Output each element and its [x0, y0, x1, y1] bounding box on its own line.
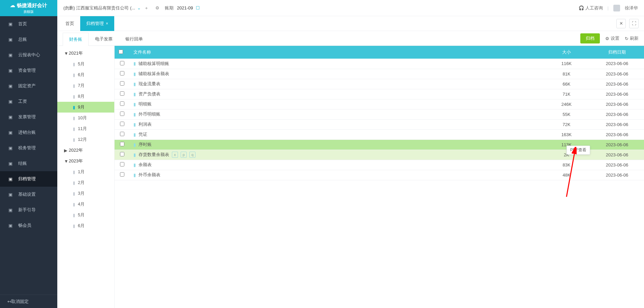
file-size: 48K	[543, 170, 590, 180]
chart-icon: ▣	[7, 52, 13, 58]
nav-item-chart[interactable]: ▣云报表中心	[0, 47, 57, 63]
fullscreen-button[interactable]: ⛶	[629, 19, 639, 28]
row-checkbox[interactable]	[120, 71, 124, 75]
col-header-size[interactable]: 大小	[543, 46, 590, 59]
nav-item-close[interactable]: ▣结账	[0, 156, 57, 171]
table-row[interactable]: ▮利润表 72K 2023-06-06	[115, 119, 644, 129]
table-row[interactable]: ▮外币明细账 55K 2023-06-06	[115, 109, 644, 119]
file-size: 55K	[543, 109, 590, 119]
close-tab-button[interactable]: ✕	[616, 19, 626, 28]
file-size: 71K	[543, 89, 590, 99]
unpin-sidebar[interactable]: ↤ 取消固定	[0, 295, 57, 308]
pdf-view-icon[interactable]: q	[189, 152, 195, 158]
nav-item-inventory[interactable]: ▣进销台账	[0, 125, 57, 140]
excel-view-icon[interactable]: x	[172, 152, 178, 158]
tree-month[interactable]: ▮5月	[57, 59, 114, 69]
nav-item-guide[interactable]: ▣新手引导	[0, 202, 57, 218]
nav-item-label: 基础设置	[18, 191, 36, 197]
table-row[interactable]: ▮序时账 113K 2023-06-06	[115, 140, 644, 150]
tree-month[interactable]: ▮12月	[57, 134, 114, 145]
user-name[interactable]: 徐泽华	[625, 5, 638, 11]
nav-item-vip[interactable]: ▣畅会员	[0, 218, 57, 233]
table-row[interactable]: ▮凭证 163K 2023-06-06	[115, 129, 644, 140]
wallet-icon: ▣	[7, 67, 13, 73]
row-checkbox[interactable]	[120, 112, 124, 116]
vip-icon: ▣	[7, 222, 13, 228]
file-name: 利润表	[139, 121, 152, 127]
calendar-icon[interactable]: ☐	[196, 5, 200, 10]
nav-item-home[interactable]: ▣首页	[0, 16, 57, 32]
nav-item-gear[interactable]: ▣基础设置	[0, 187, 57, 202]
table-row[interactable]: ▮余额表 83K 2023-06-06	[115, 160, 644, 170]
nav-item-tax[interactable]: ▣税务管理	[0, 140, 57, 156]
tree-month[interactable]: ▮6月	[57, 69, 114, 80]
table-row[interactable]: ▮外币余额表 48K 2023-06-06	[115, 170, 644, 180]
row-checkbox[interactable]	[120, 172, 124, 177]
subtab[interactable]: 银行回单	[119, 32, 149, 45]
row-checkbox[interactable]	[120, 142, 124, 146]
tree-month[interactable]: ▮8月	[57, 91, 114, 102]
tree-month[interactable]: ▮3月	[57, 188, 114, 199]
nav-item-ledger[interactable]: ▣总账	[0, 32, 57, 47]
row-checkbox[interactable]	[120, 122, 124, 126]
nav-item-invoice[interactable]: ▣发票管理	[0, 109, 57, 125]
pdf-download-icon[interactable]: p	[181, 152, 187, 158]
consult-label: 人工咨询	[585, 5, 603, 10]
tree-year[interactable]: ▼2021年	[57, 48, 114, 59]
subtab[interactable]: 电子发票	[89, 32, 119, 45]
nav-item-salary[interactable]: ▣工资	[0, 94, 57, 109]
tree-month[interactable]: ▮2月	[57, 177, 114, 188]
table-row[interactable]: ▮资产负债表 71K 2023-06-06	[115, 89, 644, 99]
company-selector[interactable]: (勿删) 江西服宝精品有限责任公司 (... ⌄	[63, 5, 141, 11]
settings-icon[interactable]: ⚙	[155, 5, 159, 10]
row-checkbox[interactable]	[120, 81, 124, 86]
row-checkbox[interactable]	[120, 61, 124, 65]
row-checkbox[interactable]	[120, 101, 124, 106]
month-label: 4月	[78, 201, 85, 207]
subtab[interactable]: 财务账	[63, 33, 89, 46]
folder-icon: ▮	[73, 126, 75, 131]
page-tab[interactable]: 首页	[59, 16, 80, 31]
row-checkbox[interactable]	[120, 132, 124, 136]
row-checkbox[interactable]	[120, 162, 124, 166]
refresh-button[interactable]: ↻刷新	[625, 35, 639, 41]
folder-icon: ▮	[73, 213, 75, 218]
period-value[interactable]: 2021-09	[177, 5, 193, 10]
tree-year[interactable]: ▶2022年	[57, 145, 114, 156]
row-checkbox[interactable]	[120, 152, 124, 156]
col-header-name[interactable]: 文件名称	[129, 46, 543, 59]
table-row[interactable]: ▮存货数量余额表 x p q 2K 2023-06-06	[115, 150, 644, 160]
nav-item-wallet[interactable]: ▣资金管理	[0, 63, 57, 78]
add-icon[interactable]: ＋	[144, 5, 149, 11]
table-row[interactable]: ▮辅助核算余额表 81K 2023-06-06	[115, 69, 644, 79]
table-row[interactable]: ▮明细账 246K 2023-06-06	[115, 99, 644, 109]
table-row[interactable]: ▮现金流量表 66K 2023-06-06	[115, 79, 644, 89]
row-checkbox[interactable]	[120, 91, 124, 96]
settings-button[interactable]: ⚙设置	[605, 35, 619, 41]
tree-month[interactable]: ▮4月	[57, 199, 114, 210]
tree-month[interactable]: ▮6月	[57, 220, 114, 231]
file-size: 72K	[543, 119, 590, 129]
tree-year[interactable]: ▼2023年	[57, 156, 114, 166]
select-all-checkbox[interactable]	[119, 50, 123, 54]
tab-close-icon[interactable]: ×	[106, 21, 108, 26]
avatar[interactable]	[613, 5, 620, 11]
headset-icon: 🎧	[579, 5, 585, 10]
consult-button[interactable]: 🎧 人工咨询	[579, 5, 603, 11]
tree-month[interactable]: ▮5月	[57, 210, 114, 220]
tree-month[interactable]: ▮11月	[57, 123, 114, 134]
tree-month[interactable]: ▮1月	[57, 166, 114, 177]
tree-month[interactable]: ▮10月	[57, 113, 114, 123]
tree-month[interactable]: ▮9月	[57, 102, 114, 113]
tree-month[interactable]: ▮7月	[57, 80, 114, 91]
table-row[interactable]: ▮辅助核算明细账 116K 2023-06-06	[115, 59, 644, 69]
main-area: (勿删) 江西服宝精品有限责任公司 (... ⌄ ＋ ⚙ 账期 2021-09 …	[57, 0, 644, 308]
file-name: 外币明细账	[139, 111, 160, 117]
company-name: 江西服宝精品有限责任公司 (...	[76, 5, 135, 11]
file-name: 余额表	[139, 162, 152, 168]
archive-button[interactable]: 归档	[580, 33, 600, 43]
nav-item-archive[interactable]: ▣归档管理	[0, 171, 57, 187]
nav-item-asset[interactable]: ▣固定资产	[0, 78, 57, 94]
page-tab[interactable]: 归档管理×	[80, 16, 114, 31]
col-header-date[interactable]: 归档日期	[590, 46, 644, 59]
